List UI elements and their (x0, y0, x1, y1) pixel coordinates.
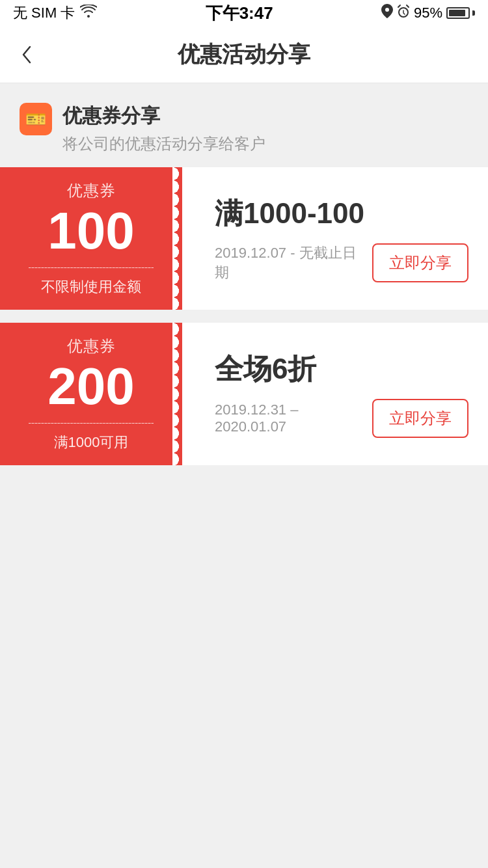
coupon-label-1: 优惠券 (67, 180, 116, 201)
carrier-text: 无 SIM 卡 (13, 3, 75, 23)
section-subtitle: 将公司的优惠活动分享给客户 (62, 133, 265, 154)
status-bar: 无 SIM 卡 下午3:47 95% (0, 0, 488, 26)
coupon-name-1: 满1000-100 (215, 195, 468, 233)
coupon-date-2: 2019.12.31 – 2020.01.07 (215, 401, 366, 435)
coupon-left-1: 优惠券 100 不限制使用金额 (0, 167, 182, 310)
alarm-icon (397, 4, 410, 22)
coupon-right-2: 全场6折 2019.12.31 – 2020.01.07 立即分享 (182, 323, 488, 465)
location-icon (381, 4, 393, 22)
battery-percent: 95% (414, 5, 442, 21)
page-title: 优惠活动分享 (178, 40, 310, 70)
section-title: 优惠券分享 (62, 103, 265, 129)
coupon-date-1: 2019.12.07 - 无截止日期 (215, 243, 366, 282)
time-display: 下午3:47 (206, 2, 273, 25)
back-button[interactable] (20, 42, 35, 68)
coupon-footer-1: 2019.12.07 - 无截止日期 立即分享 (215, 243, 468, 282)
section-text-group: 优惠券分享 将公司的优惠活动分享给客户 (62, 103, 265, 154)
coupon-divider-2 (29, 423, 154, 424)
coupon-amount-1: 100 (47, 205, 134, 257)
share-button-2[interactable]: 立即分享 (372, 399, 468, 438)
share-button-1[interactable]: 立即分享 (372, 243, 468, 282)
empty-space (0, 498, 488, 868)
nav-bar: 优惠活动分享 (0, 26, 488, 83)
coupon-card-1: 优惠券 100 不限制使用金额 满1000-100 2019.12.07 - 无… (0, 167, 488, 310)
wifi-icon (80, 5, 97, 21)
battery-icon (446, 7, 475, 19)
status-left: 无 SIM 卡 (13, 3, 97, 23)
coupon-icon: 🎫 (25, 109, 46, 129)
status-right: 95% (381, 4, 475, 22)
coupon-condition-2: 满1000可用 (54, 433, 129, 452)
section-header: 🎫 优惠券分享 将公司的优惠活动分享给客户 (0, 83, 488, 167)
coupon-left-2: 优惠券 200 满1000可用 (0, 323, 182, 465)
coupon-condition-1: 不限制使用金额 (41, 277, 141, 297)
section-icon: 🎫 (20, 103, 52, 135)
coupon-card-2: 优惠券 200 满1000可用 全场6折 2019.12.31 – 2020.0… (0, 323, 488, 465)
coupon-label-2: 优惠券 (67, 336, 116, 357)
coupon-amount-2: 200 (47, 360, 134, 413)
coupon-name-2: 全场6折 (215, 350, 468, 388)
coupon-divider-1 (29, 267, 154, 268)
coupons-container: 优惠券 100 不限制使用金额 满1000-100 2019.12.07 - 无… (0, 167, 488, 498)
coupon-right-1: 满1000-100 2019.12.07 - 无截止日期 立即分享 (182, 167, 488, 310)
coupon-footer-2: 2019.12.31 – 2020.01.07 立即分享 (215, 399, 468, 438)
